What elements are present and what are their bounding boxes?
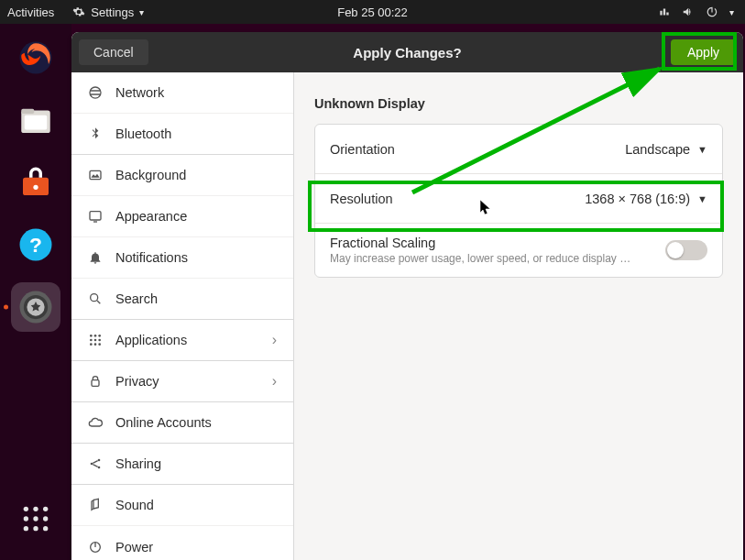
settings-icon [16, 288, 55, 326]
svg-point-24 [94, 335, 97, 337]
dock-settings[interactable] [11, 282, 60, 332]
sidebar-item-bluetooth[interactable]: Bluetooth [71, 114, 293, 155]
dock-files[interactable] [11, 95, 60, 145]
power-nav-icon [88, 540, 103, 555]
row-fractional-scaling: Fractional Scaling May increase power us… [315, 224, 722, 277]
display-name-heading: Unknown Display [314, 96, 723, 111]
svg-rect-2 [21, 109, 34, 114]
settings-window: Cancel Apply Changes? Apply Network Blue… [71, 32, 743, 560]
svg-point-22 [91, 294, 98, 302]
sidebar-item-label: Online Accounts [115, 415, 212, 430]
bluetooth-icon [88, 126, 103, 141]
settings-sidebar: Network Bluetooth Background Appearance … [71, 72, 294, 560]
apps-grid-icon [21, 504, 50, 533]
dropdown-icon: ▼ [697, 193, 707, 204]
sidebar-item-label: Power [115, 540, 153, 555]
chevron-right-icon: › [272, 373, 277, 390]
bell-icon [88, 250, 103, 265]
dock-show-apps[interactable] [11, 494, 60, 544]
svg-point-25 [98, 335, 101, 337]
sidebar-item-label: Applications [115, 333, 187, 347]
window-title: Apply Changes? [353, 45, 461, 60]
svg-point-18 [43, 526, 48, 531]
sidebar-item-label: Notifications [115, 250, 188, 265]
svg-point-31 [98, 343, 101, 346]
sidebar-item-online-accounts[interactable]: Online Accounts [71, 402, 293, 444]
svg-rect-21 [93, 221, 97, 222]
svg-point-23 [90, 335, 93, 337]
search-icon [88, 291, 103, 306]
power-icon [706, 5, 718, 18]
top-panel: Activities Settings ▾ Feb 25 00:22 ▾ [0, 0, 745, 24]
row-orientation[interactable]: Orientation Landscape ▼ [315, 125, 722, 174]
sidebar-item-applications[interactable]: Applications › [71, 320, 293, 361]
display-settings-list: Orientation Landscape ▼ Resolution 1368 … [314, 124, 723, 278]
apply-button[interactable]: Apply [671, 39, 736, 65]
sidebar-item-appearance[interactable]: Appearance [71, 196, 293, 237]
cloud-icon [88, 415, 103, 430]
row-label: Fractional Scaling [330, 236, 632, 250]
app-menu[interactable]: Settings ▾ [67, 5, 149, 19]
sidebar-item-label: Sound [115, 498, 154, 512]
sidebar-item-label: Background [115, 168, 186, 182]
row-resolution[interactable]: Resolution 1368 × 768 (16:9) ▼ [315, 174, 722, 224]
globe-icon [88, 85, 103, 100]
svg-point-28 [98, 339, 101, 342]
svg-point-34 [98, 459, 101, 462]
sidebar-item-search[interactable]: Search [71, 279, 293, 320]
chevron-down-icon: ▾ [139, 7, 144, 17]
svg-point-5 [33, 185, 38, 190]
sidebar-item-label: Sharing [115, 456, 161, 471]
svg-point-13 [24, 516, 28, 521]
status-area[interactable]: ▾ [658, 5, 738, 18]
dock-help[interactable]: ? [11, 220, 60, 269]
row-label: Resolution [330, 192, 393, 206]
sidebar-item-sharing[interactable]: Sharing [71, 444, 293, 485]
svg-point-27 [94, 339, 97, 342]
row-label: Orientation [330, 142, 395, 157]
sharing-icon [88, 456, 103, 471]
row-sublabel: May increase power usage, lower speed, o… [330, 252, 632, 265]
background-icon [88, 168, 103, 182]
sidebar-item-background[interactable]: Background [71, 155, 293, 196]
sidebar-item-label: Bluetooth [115, 126, 171, 141]
orientation-value[interactable]: Landscape ▼ [625, 142, 707, 157]
svg-point-17 [33, 526, 38, 531]
dock: ? [0, 24, 71, 560]
sidebar-item-notifications[interactable]: Notifications [71, 237, 293, 279]
fractional-scaling-switch[interactable] [665, 240, 707, 260]
cancel-button[interactable]: Cancel [79, 39, 148, 65]
dock-firefox[interactable] [11, 33, 60, 82]
svg-rect-19 [90, 170, 101, 179]
resolution-value[interactable]: 1368 × 768 (16:9) ▼ [585, 192, 707, 206]
sidebar-item-sound[interactable]: Sound [71, 485, 293, 526]
sidebar-item-power[interactable]: Power [71, 526, 293, 560]
sidebar-item-privacy[interactable]: Privacy › [71, 361, 293, 402]
svg-point-15 [43, 516, 48, 521]
svg-point-11 [33, 507, 38, 511]
software-icon [16, 163, 55, 202]
status-chevron-down-icon: ▾ [729, 7, 734, 17]
svg-point-14 [33, 516, 38, 521]
sound-icon [88, 498, 103, 512]
svg-point-26 [90, 339, 93, 342]
appearance-icon [88, 209, 103, 224]
clock[interactable]: Feb 25 00:22 [337, 5, 408, 19]
volume-icon [682, 5, 695, 18]
chevron-right-icon: › [272, 332, 277, 348]
display-settings-pane: Unknown Display Orientation Landscape ▼ … [294, 72, 743, 560]
files-icon [16, 101, 55, 139]
dock-software[interactable] [11, 158, 60, 207]
firefox-icon [16, 38, 55, 77]
network-icon [658, 5, 671, 18]
sidebar-item-network[interactable]: Network [71, 72, 293, 114]
sidebar-item-label: Network [115, 85, 164, 100]
svg-point-30 [94, 343, 97, 346]
svg-point-12 [43, 507, 48, 511]
activities-button[interactable]: Activities [7, 5, 54, 19]
svg-rect-32 [92, 380, 99, 387]
svg-rect-3 [25, 115, 48, 130]
lock-icon [88, 374, 103, 389]
svg-point-33 [91, 463, 93, 466]
titlebar: Cancel Apply Changes? Apply [71, 32, 743, 72]
